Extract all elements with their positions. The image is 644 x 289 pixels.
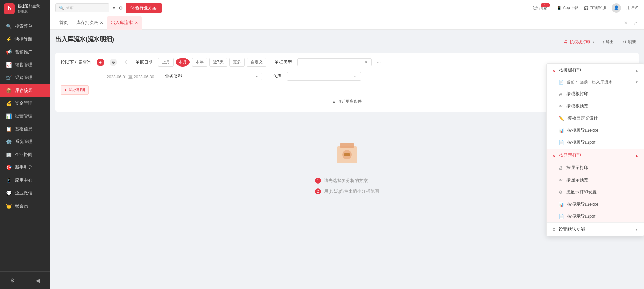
panel-section-template: 🖨 按模板打印 ▲ 📄 当前： 当前：出入库流水 ▼ 🖨 按模板打印 — [547, 64, 644, 149]
flow-detail-tag: ● 流水明细 — [61, 85, 89, 95]
print-template-btn[interactable]: 🖨 按模板打印 ▲ — [563, 39, 595, 45]
sidebar-item-corp[interactable]: 🏢 企业协同 — [0, 148, 50, 161]
tab-batch-close[interactable]: × — [100, 20, 103, 25]
date-btn-custom[interactable]: 自定义 — [247, 58, 266, 67]
sidebar-item-inventory[interactable]: 📦 库存核算 — [0, 84, 50, 97]
svg-rect-3 — [344, 153, 350, 156]
default-icon: ⚙ — [552, 227, 556, 232]
panel-default-header[interactable]: ⚙ 设置默认功能 ▼ — [547, 223, 644, 236]
user-avatar[interactable]: 👤 — [612, 3, 621, 13]
message-badge: 99+ — [541, 3, 550, 7]
sidebar-item-sales[interactable]: 📈 销售管理 — [0, 58, 50, 71]
search-icon: 🔍 — [59, 6, 64, 10]
sidebar-item-quick-nav[interactable]: ⚡ 快捷导航 — [0, 33, 50, 46]
display-print-icon: 🖨 — [552, 153, 556, 158]
sidebar-item-system[interactable]: ⚙️ 系统管理 — [0, 135, 50, 148]
chat-icon: 💬 — [5, 190, 12, 196]
chart-icon: 📈 — [5, 62, 12, 68]
message-btn[interactable]: 💬 消息 99+ — [533, 5, 547, 11]
tab-flow[interactable]: 出入库流水 × — [107, 16, 142, 30]
topbar-gear-icon[interactable]: ⚙ — [119, 5, 123, 11]
sidebar-item-marketing[interactable]: 📢 营销推广 — [0, 46, 50, 58]
sidebar-item-finance[interactable]: 💰 资金管理 — [0, 97, 50, 110]
window-maximize-btn[interactable]: ⤢ — [632, 19, 639, 27]
display-export-pdf-btn[interactable]: 📄 按显示导出pdf — [547, 210, 644, 222]
page-title: 出入库流水(流水明细) — [55, 35, 114, 43]
display-print-btn[interactable]: 🖨 按显示打印 — [547, 162, 644, 174]
app-logo-icon: b — [4, 3, 15, 14]
panel-arrow-up: ▲ — [635, 69, 638, 72]
filter-settings-btn[interactable]: ⚙ — [110, 59, 117, 66]
panel-section-display: 🖨 按显示打印 ▲ 🖨 按显示打印 👁 按显示预览 ⚙ 按显示打印设置 — [547, 149, 644, 223]
tab-home[interactable]: 首页 — [55, 16, 72, 30]
sidebar-item-apps[interactable]: 📱 应用中心 — [0, 174, 50, 187]
print-icon: 🖨 — [563, 39, 568, 45]
window-close-btn[interactable]: ✕ — [622, 19, 629, 27]
refresh-btn[interactable]: ↺ 刷新 — [620, 38, 639, 46]
sidebar-item-operations[interactable]: 📊 经营管理 — [0, 110, 50, 123]
date-btn-this-year[interactable]: 本年 — [192, 58, 207, 67]
template-print-btn[interactable]: 🖨 按模板打印 — [547, 88, 644, 100]
gear-icon: ⚙️ — [5, 139, 12, 144]
type-select[interactable]: ▼ — [297, 58, 372, 66]
date-btn-7days[interactable]: 近7天 — [209, 58, 227, 67]
industry-btn[interactable]: 体验行业方案 — [126, 3, 162, 13]
print-template-icon: 🖨 — [552, 68, 556, 73]
filter-add-btn[interactable]: + — [97, 59, 104, 66]
sidebar-item-basic[interactable]: 📋 基础信息 — [0, 123, 50, 135]
topbar-search-box[interactable]: 🔍 搜索 — [55, 3, 109, 12]
display-preview-btn[interactable]: 👁 按显示预览 — [547, 174, 644, 186]
panel-template-header[interactable]: 🖨 按模板打印 ▲ — [547, 64, 644, 77]
sidebar-collapse-btn[interactable]: ◀ — [34, 275, 42, 286]
sidebar-item-label: 基础信息 — [15, 126, 32, 132]
date-range-display: 2023-06-01 至 2023-06-30 — [107, 74, 154, 80]
collapse-more-btn[interactable]: ▲ 收起更多条件 — [328, 97, 366, 106]
online-service-btn[interactable]: 🎧 在线客服 — [584, 5, 606, 11]
tab-flow-close[interactable]: × — [135, 20, 138, 25]
search-icon: 🔍 — [5, 24, 12, 29]
empty-steps: 1 请先选择要分析的方案 2 用[过滤]条件来缩小分析范围 — [315, 176, 379, 196]
current-template-text: 当前： — [566, 79, 579, 85]
sidebar-settings-btn[interactable]: ⚙ — [8, 275, 17, 286]
page-content: 出入库流水(流水明细) 🖨 按模板打印 ▲ ↑ 导出 ↺ 刷新 — [50, 30, 644, 289]
template-customize-btn[interactable]: ✏️ 模板自定义设计 — [547, 112, 644, 124]
page-toolbar: 🖨 按模板打印 ▲ ↑ 导出 ↺ 刷新 — [563, 38, 639, 46]
type-more-btn[interactable]: ··· — [377, 60, 381, 65]
sidebar-item-wechat[interactable]: 💬 企业微信 — [0, 187, 50, 200]
template-export-excel-btn[interactable]: 📊 按模板导出excel — [547, 124, 644, 136]
warehouse-select[interactable]: ··· — [287, 72, 361, 81]
display-settings-label: 按显示打印设置 — [566, 189, 597, 195]
app-download-btn[interactable]: 📱 App下载 — [557, 5, 578, 11]
app-sub: 标准版 — [18, 9, 40, 14]
sidebar-item-label: 搜索菜单 — [15, 23, 32, 29]
business-type-select[interactable]: ▼ — [188, 73, 262, 80]
sidebar-item-purchase[interactable]: 🛒 采购管理 — [0, 71, 50, 84]
lightning-icon: ⚡ — [5, 36, 12, 42]
display-excel-icon: 📊 — [559, 202, 564, 207]
filter-tag-label: 流水明细 — [69, 87, 85, 93]
export-btn[interactable]: ↑ 导出 — [599, 38, 616, 46]
display-settings-btn[interactable]: ⚙ 按显示打印设置 — [547, 186, 644, 198]
date-btn-last-month[interactable]: 上月 — [158, 58, 174, 67]
app-name: 畅捷通好生意 — [18, 4, 40, 9]
sidebar-item-label: 采购管理 — [15, 75, 32, 81]
sidebar-item-guide[interactable]: 🎯 新手引导 — [0, 161, 50, 174]
sidebar-item-label: 新手引导 — [15, 164, 32, 170]
display-preview-label: 按显示预览 — [566, 177, 588, 183]
sidebar-item-search[interactable]: 🔍 搜索菜单 — [0, 20, 50, 33]
panel-display-header[interactable]: 🖨 按显示打印 ▲ — [547, 149, 644, 162]
display-export-excel-btn[interactable]: 📊 按显示导出excel — [547, 198, 644, 210]
sidebar-item-member[interactable]: 👑 畅会员 — [0, 200, 50, 212]
tab-batch[interactable]: 库存批次账 × — [72, 16, 107, 30]
date-btn-more[interactable]: 更多 — [229, 58, 245, 67]
template-preview-btn[interactable]: 👁 按模板预览 — [547, 100, 644, 112]
panel-display-title: 按显示打印 — [559, 152, 581, 158]
current-icon: 📄 — [559, 80, 564, 85]
sidebar-item-label: 畅会员 — [15, 203, 28, 209]
template-export-pdf-btn[interactable]: 📄 按模板导出pdf — [547, 136, 644, 149]
topbar-dropdown-arrow[interactable]: ▼ — [112, 6, 116, 10]
filter-collapse-left-btn[interactable]: 《 — [122, 59, 127, 65]
preview-icon: 👁 — [559, 104, 563, 109]
sidebar-item-label: 营销推广 — [15, 49, 32, 55]
date-btn-this-month[interactable]: 本月 — [176, 58, 190, 67]
